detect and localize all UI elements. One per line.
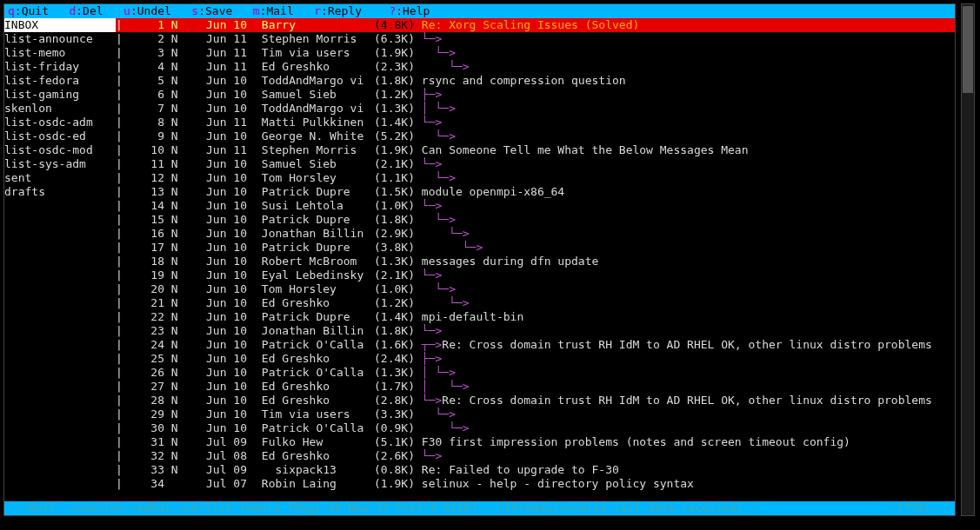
folder-name[interactable]: list-memo [4, 46, 116, 60]
menu-key[interactable]: s [191, 4, 198, 17]
message-row[interactable]: |19 N Jun 10 Eyal Lebedinsky(2.1K) └─> [4, 268, 955, 282]
menu-key[interactable]: u [123, 4, 130, 17]
message-row[interactable]: |18 N Jun 10 Robert McBroom(1.3K) messag… [4, 255, 955, 268]
divider: | [116, 255, 123, 268]
menu-key[interactable]: m [253, 4, 260, 17]
message-row[interactable]: list-sys-adm|11 N Jun 10 Samuel Sieb(2.1… [4, 157, 955, 171]
message-row[interactable]: |23 N Jun 10 Jonathan Billin(1.8K) └─> [4, 324, 955, 338]
folder-name[interactable]: list-sys-adm [4, 157, 116, 171]
message-row[interactable]: |15 N Jun 10 Patrick Dupre(1.8K) └─> [4, 213, 955, 227]
menu-label[interactable]: Save [205, 4, 232, 17]
menu-label[interactable]: Quit [22, 4, 49, 17]
message-row[interactable]: |33 N Jul 09 sixpack13(0.8K) Re: Failed … [4, 463, 955, 477]
message-row[interactable]: |25 N Jun 10 Ed Greshko(2.4K) ├─> [4, 352, 955, 366]
msg-date: Jun 10 [206, 102, 255, 116]
message-row[interactable]: drafts|13 N Jun 10 Patrick Dupre(1.5K) m… [4, 185, 955, 199]
message-row[interactable]: list-fedora|5 N Jun 10 ToddAndMargo vi(1… [4, 74, 955, 88]
message-row[interactable]: |31 N Jul 09 Fulko Hew(5.1K) F30 first i… [4, 435, 955, 449]
msg-number: 12 [123, 171, 164, 185]
message-list[interactable]: INBOX|1 N Jun 10 Barry(4.8K) Re: Xorg Sc… [4, 18, 955, 491]
menu-key[interactable]: ? [389, 4, 396, 17]
folder-name[interactable] [4, 227, 116, 241]
message-row[interactable]: |28 N Jun 10 Ed Greshko(2.8K) └─>Re: Cro… [4, 394, 955, 407]
folder-name[interactable] [4, 407, 116, 421]
menu-label[interactable]: Help [403, 4, 430, 17]
msg-subject: rsync and compression question [415, 74, 955, 88]
msg-from: ToddAndMargo vi [255, 74, 366, 88]
message-row[interactable]: |16 N Jun 10 Jonathan Billin(2.9K) └─> [4, 227, 955, 241]
folder-name[interactable]: list-fedora [4, 74, 116, 88]
menu-label[interactable]: Del [83, 4, 103, 17]
message-row[interactable]: list-friday|4 N Jun 11 Ed Greshko(2.3K) … [4, 60, 955, 74]
message-row[interactable]: |27 N Jun 10 Ed Greshko(1.7K) │ └─> [4, 380, 955, 394]
folder-name[interactable]: sent [4, 171, 116, 185]
folder-name[interactable]: drafts [4, 185, 116, 199]
folder-name[interactable] [4, 421, 116, 435]
message-row[interactable]: |32 N Jul 08 Ed Greshko(2.6K) └─> [4, 449, 955, 463]
menu-key[interactable]: r [314, 4, 321, 17]
msg-from: Patrick O'Calla [255, 338, 366, 352]
folder-name[interactable] [4, 241, 116, 255]
folder-name[interactable]: INBOX [4, 18, 116, 32]
message-row[interactable]: list-announce|2 N Jun 11 Stephen Morris(… [4, 32, 955, 46]
msg-number: 24 [123, 338, 164, 352]
folder-name[interactable]: list-gaming [4, 88, 116, 102]
folder-name[interactable] [4, 199, 116, 213]
scrollbar-thumb[interactable] [963, 6, 973, 93]
folder-name[interactable]: list-osdc-mod [4, 143, 116, 157]
msg-size: (1.0K) [366, 282, 415, 296]
folder-name[interactable] [4, 463, 116, 477]
folder-name[interactable]: list-osdc-ed [4, 129, 116, 143]
message-row[interactable]: |22 N Jun 10 Patrick Dupre(1.4K) mpi-def… [4, 310, 955, 324]
folder-name[interactable]: list-friday [4, 60, 116, 74]
message-row[interactable]: list-osdc-mod|10 N Jun 11 Stephen Morris… [4, 143, 955, 157]
message-row[interactable]: list-gaming|6 N Jun 10 Samuel Sieb(1.2K)… [4, 88, 955, 102]
message-row[interactable]: |34 Jul 07 Robin Laing(1.9K) selinux - h… [4, 477, 955, 491]
folder-name[interactable] [4, 338, 116, 352]
folder-name[interactable] [4, 380, 116, 394]
menu-label[interactable]: Mail [266, 4, 293, 17]
divider: | [116, 199, 123, 213]
folder-name[interactable] [4, 324, 116, 338]
message-row[interactable]: |14 N Jun 10 Susi Lehtola(1.0K) └─> [4, 199, 955, 213]
folder-name[interactable]: list-announce [4, 32, 116, 46]
message-row[interactable]: |26 N Jun 10 Patrick O'Calla(1.3K) │ └─> [4, 366, 955, 380]
message-row[interactable]: list-memo|3 N Jun 11 Tim via users(1.9K)… [4, 46, 955, 60]
folder-name[interactable] [4, 282, 116, 296]
folder-name[interactable] [4, 477, 116, 491]
folder-name[interactable] [4, 255, 116, 268]
divider: | [116, 310, 123, 324]
folder-name[interactable]: skenlon [4, 102, 116, 116]
msg-number: 11 [123, 157, 164, 171]
message-row[interactable]: |21 N Jun 10 Ed Greshko(1.2K) └─> [4, 296, 955, 310]
message-row[interactable]: |20 N Jun 10 Tom Horsley(1.0K) └─> [4, 282, 955, 296]
scrollbar[interactable] [961, 3, 975, 516]
message-row[interactable]: |30 N Jun 10 Patrick O'Calla(0.9K) └─> [4, 421, 955, 435]
folder-name[interactable] [4, 449, 116, 463]
folder-name[interactable] [4, 213, 116, 227]
message-row[interactable]: |17 N Jun 10 Patrick Dupre(3.8K) └─> [4, 241, 955, 255]
menu-label[interactable]: Undel [137, 4, 171, 17]
msg-subject: └─> [415, 32, 955, 46]
folder-name[interactable] [4, 268, 116, 282]
folder-name[interactable] [4, 296, 116, 310]
menu-key[interactable]: q [8, 4, 15, 17]
msg-flag: N [164, 171, 185, 185]
message-row[interactable]: |29 N Jun 10 Tim via users(3.3K) └─> [4, 407, 955, 421]
folder-name[interactable] [4, 366, 116, 380]
message-row[interactable]: INBOX|1 N Jun 10 Barry(4.8K) Re: Xorg Sc… [4, 18, 955, 32]
msg-from: Samuel Sieb [255, 157, 366, 171]
message-row[interactable]: skenlon|7 N Jun 10 ToddAndMargo vi(1.3K)… [4, 102, 955, 116]
message-row[interactable]: list-osdc-adm|8 N Jun 11 Matti Pulkkinen… [4, 116, 955, 129]
message-row[interactable]: list-osdc-ed|9 N Jun 10 George N. White(… [4, 129, 955, 143]
menu-label[interactable]: Reply [328, 4, 362, 17]
folder-name[interactable] [4, 394, 116, 407]
menu-key[interactable]: d [69, 4, 76, 17]
folder-name[interactable] [4, 435, 116, 449]
message-row[interactable]: sent|12 N Jun 10 Tom Horsley(1.1K) └─> [4, 171, 955, 185]
msg-size: (2.1K) [366, 157, 415, 171]
folder-name[interactable] [4, 310, 116, 324]
message-row[interactable]: |24 N Jun 10 Patrick O'Calla(1.6K) ┬─>Re… [4, 338, 955, 352]
folder-name[interactable] [4, 352, 116, 366]
folder-name[interactable]: list-osdc-adm [4, 116, 116, 129]
